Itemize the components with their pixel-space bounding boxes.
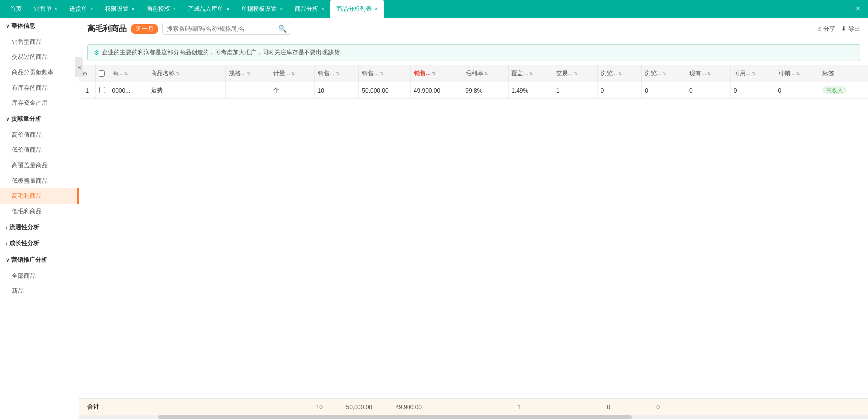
sort-icon: ⇅ — [247, 71, 251, 76]
share-button[interactable]: ⎋ 分享 — [818, 25, 835, 33]
th-view1[interactable]: 浏览... ⇅ — [597, 65, 642, 82]
scrollbar-thumb[interactable] — [158, 415, 632, 419]
th-gross-margin[interactable]: 毛利率 ⇅ — [462, 65, 509, 82]
sidebar-item-high-margin[interactable]: 高毛利商品 — [0, 188, 79, 204]
th-view2[interactable]: 浏览... ⇅ — [642, 65, 686, 82]
th-sales-amount[interactable]: 销售... ⇅ — [359, 65, 410, 82]
top-nav: 首页 销售单 × 进货单 × 权限设置 × 角色授权 × 产成品入库单 × 单据… — [0, 0, 868, 18]
sort-icon: ⇅ — [484, 71, 488, 76]
close-icon[interactable]: × — [226, 6, 229, 12]
tip-text: 企业的主要的利润都是这部分商品创造的，可考虑加大推广，同时关注库存是不要出现缺货 — [102, 48, 340, 57]
th-available[interactable]: 可用... ⇅ — [730, 65, 775, 82]
th-code[interactable]: 商... ⇅ — [109, 65, 148, 82]
sort-icon: ⇅ — [663, 71, 666, 76]
cell-checkbox[interactable] — [95, 82, 109, 99]
close-icon[interactable]: × — [132, 6, 135, 12]
nav-tab-permissions[interactable]: 权限设置 × — [99, 0, 141, 18]
select-all-checkbox[interactable] — [99, 70, 105, 77]
close-all-button[interactable]: × — [852, 4, 864, 13]
th-checkbox[interactable] — [95, 65, 109, 82]
sidebar-section-overall[interactable]: ∨ 整体信息 — [0, 18, 79, 34]
table-container[interactable]: ⚙ 商... ⇅ 商品名称 — [79, 65, 868, 398]
sidebar-item-sales-goods[interactable]: 销售型商品 — [0, 34, 79, 49]
th-sales-cost[interactable]: 销售... ⇅ — [410, 65, 462, 82]
sort-icon: ⇅ — [380, 71, 384, 76]
sidebar-section-marketing[interactable]: ∨ 营销推广分析 — [0, 252, 79, 268]
sort-icon: ⇅ — [336, 71, 340, 76]
footer-sales-qty: 10 — [283, 404, 323, 411]
sidebar-section-contribution[interactable]: ∨ 贡献量分析 — [0, 111, 79, 127]
export-button[interactable]: ⬇ 导出 — [841, 25, 860, 33]
cell-gross-margin: 99.8% — [462, 82, 509, 99]
footer-available: 0 — [620, 404, 660, 411]
cell-sellable: 0 — [775, 82, 819, 99]
share-icon: ⎋ — [818, 25, 821, 32]
th-unit[interactable]: 计量... ⇅ — [270, 65, 314, 82]
sidebar-item-in-stock[interactable]: 有库存的商品 — [0, 80, 79, 95]
sidebar-section-contribution-items: 高价值商品 低价值商品 高覆盖量商品 低覆盖量商品 高毛利商品 低毛利商品 — [0, 127, 79, 219]
th-tag[interactable]: 标签 — [819, 65, 868, 82]
tip-bar: ⚙ 企业的主要的利润都是这部分商品创造的，可考虑加大推广，同时关注库存是不要出现… — [87, 44, 860, 61]
close-icon[interactable]: × — [90, 6, 93, 12]
time-filter-button[interactable]: 近一月 — [131, 24, 158, 34]
sidebar-item-low-margin[interactable]: 低毛利商品 — [0, 204, 79, 219]
cell-view1[interactable]: 0 — [597, 82, 642, 99]
sidebar-item-all-goods[interactable]: 全部商品 — [0, 268, 79, 283]
search-input[interactable] — [167, 25, 278, 32]
cell-available: 0 — [730, 82, 775, 99]
sidebar-item-low-value[interactable]: 低价值商品 — [0, 142, 79, 158]
sidebar-item-high-coverage[interactable]: 高覆盖量商品 — [0, 158, 79, 173]
chevron-down-icon: ∨ — [6, 116, 9, 122]
nav-tab-sales[interactable]: 销售单 × — [28, 0, 63, 18]
sidebar-section-liquidity[interactable]: › 流通性分析 — [0, 219, 79, 235]
tag-badge: 高收入 — [822, 86, 847, 94]
close-icon[interactable]: × — [375, 6, 378, 12]
sidebar-collapse-button[interactable]: « — [75, 57, 83, 77]
nav-tab-template[interactable]: 单据模板设置 × — [235, 0, 289, 18]
th-transaction[interactable]: 交易... ⇅ — [553, 65, 597, 82]
sidebar-item-stock-capital[interactable]: 库存资金占用 — [0, 95, 79, 111]
sidebar-item-new-goods[interactable]: 新品 — [0, 283, 79, 299]
cell-code: 0000... — [109, 82, 148, 99]
sort-icon: ⇅ — [529, 71, 533, 76]
footer-sales-amount: 50,000.00 — [333, 404, 372, 411]
cell-sales-amount: 50,000.00 — [359, 82, 410, 99]
content-header: 高毛利商品 近一月 🔍 ⎋ 分享 ⬇ 导出 — [79, 18, 868, 40]
cell-view2: 0 — [642, 82, 686, 99]
th-sales-qty[interactable]: 销售... ⇅ — [314, 65, 359, 82]
nav-tab-analysis[interactable]: 商品分析 × — [289, 0, 330, 18]
th-sellable[interactable]: 可销... ⇅ — [775, 65, 819, 82]
sidebar-item-high-value[interactable]: 高价值商品 — [0, 127, 79, 142]
close-icon[interactable]: × — [280, 6, 283, 12]
sidebar-item-low-coverage[interactable]: 低覆盖量商品 — [0, 173, 79, 188]
table-footer: 合计： 10 50,000.00 49,900.00 1 0 0 — [79, 398, 868, 415]
th-name[interactable]: 商品名称 ⇅ — [148, 65, 225, 82]
sort-icon: ⇅ — [752, 71, 756, 76]
table-row: 1 0000... 运费 — [79, 82, 868, 99]
horizontal-scrollbar[interactable] — [79, 415, 868, 419]
cell-sales-cost: 49,900.00 — [410, 82, 462, 99]
nav-tab-analysis-list[interactable]: 商品分析列表 × — [330, 0, 384, 18]
nav-tab-roles[interactable]: 角色授权 × — [141, 0, 182, 18]
nav-tab-purchase[interactable]: 进货单 × — [63, 0, 99, 18]
close-icon[interactable]: × — [173, 6, 176, 12]
sidebar-item-contribution-rate[interactable]: 商品分贡献频率 — [0, 65, 79, 80]
nav-tab-home[interactable]: 首页 — [4, 0, 28, 18]
sidebar-item-traded-goods[interactable]: 交易过的商品 — [0, 49, 79, 65]
th-coverage[interactable]: 覆盖... ⇅ — [509, 65, 553, 82]
row-checkbox[interactable] — [99, 87, 105, 93]
cell-sales-qty: 10 — [314, 82, 359, 99]
close-icon[interactable]: × — [54, 6, 57, 12]
sidebar-section-growth[interactable]: › 成长性分析 — [0, 235, 79, 252]
chevron-down-icon: ∨ — [6, 23, 9, 29]
search-icon[interactable]: 🔍 — [278, 25, 287, 33]
cell-current-stock: 0 — [686, 82, 731, 99]
sort-icon: ⇅ — [618, 71, 622, 76]
table-header-row: ⚙ 商... ⇅ 商品名称 — [79, 65, 868, 82]
cell-unit: 个 — [270, 82, 314, 99]
sort-icon: ⇅ — [124, 71, 128, 76]
close-icon[interactable]: × — [321, 6, 324, 12]
nav-tab-inbound[interactable]: 产成品入库单 × — [182, 0, 235, 18]
th-spec[interactable]: 规格... ⇅ — [226, 65, 270, 82]
th-current-stock[interactable]: 现有... ⇅ — [686, 65, 731, 82]
